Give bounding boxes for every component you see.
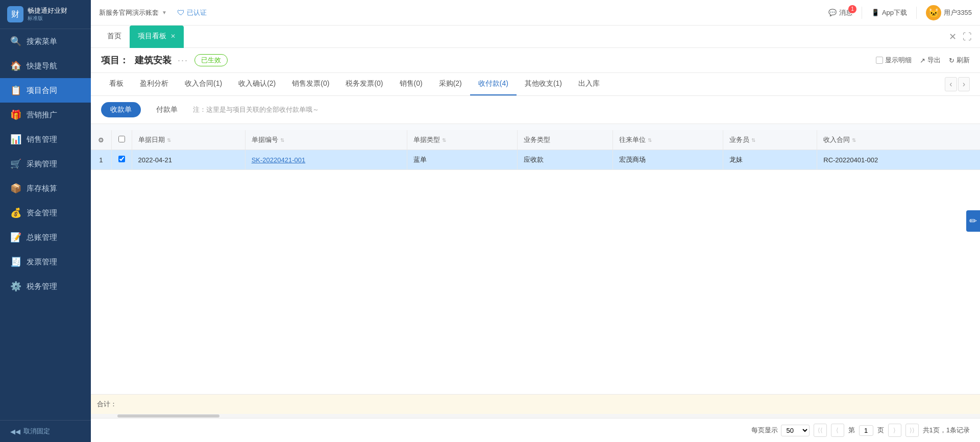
sidebar-item-ledger[interactable]: 📝 总账管理 <box>0 225 91 250</box>
sidebar-item-label: 销售管理 <box>27 135 57 144</box>
gift-icon: 🎁 <box>10 109 21 120</box>
window-controls: ✕ ⛶ <box>949 32 972 41</box>
last-page-button[interactable]: ⟩⟩ <box>905 424 919 437</box>
current-page-input[interactable] <box>859 425 873 436</box>
cart-icon: 🛒 <box>10 158 21 169</box>
app-download-button[interactable]: 📱 App下载 <box>871 8 907 17</box>
sidebar-item-project[interactable]: 📋 项目合同 <box>0 78 91 103</box>
page-size-select[interactable]: 50 100 200 <box>781 425 810 436</box>
sub-tab-sales[interactable]: 销售(0) <box>391 73 431 95</box>
sub-tabs: 看板 盈利分析 收入合同(1) 收入确认(2) 销售发票(0) 税务发票(0) … <box>91 73 980 96</box>
sub-tab-purchase[interactable]: 采购(2) <box>431 73 470 95</box>
sub-tab-profit[interactable]: 盈利分析 <box>132 73 177 95</box>
edit-icon: ✏ <box>969 216 977 226</box>
sub-tab-next[interactable]: › <box>958 77 970 91</box>
sub-tab-other[interactable]: 其他收支(1) <box>517 73 570 95</box>
more-options-button[interactable]: ··· <box>178 55 188 66</box>
sub-tab-income-confirm[interactable]: 收入确认(2) <box>230 73 284 95</box>
sub-tab-tax-invoice[interactable]: 税务发票(0) <box>337 73 391 95</box>
float-action-button[interactable]: ✏ <box>966 210 980 232</box>
account-selector[interactable]: 新服务官网演示账套 ▼ <box>99 8 167 17</box>
sidebar-unpin[interactable]: ◀◀ 取消固定 <box>0 420 91 442</box>
col-select[interactable] <box>111 130 132 150</box>
export-icon: ↗ <box>920 57 925 64</box>
table-container[interactable]: ⚙ 单据日期 ⇅ <box>91 130 980 394</box>
sidebar-item-search[interactable]: 🔍 搜索菜单 <box>0 29 91 54</box>
row-number[interactable]: SK-20220421-001 <box>245 150 407 170</box>
tab-bar: 首页 项目看板 ✕ ✕ ⛶ <box>91 26 980 48</box>
sidebar-item-label: 库存核算 <box>27 184 57 193</box>
sidebar-item-quicknav[interactable]: 🏠 快捷导航 <box>0 54 91 78</box>
inner-tab-receive[interactable]: 收款单 <box>101 102 141 117</box>
sub-tab-payment[interactable]: 收付款(4) <box>470 73 517 95</box>
col-partner[interactable]: 往来单位 ⇅ <box>612 130 723 150</box>
shield-icon: 🛡 <box>177 8 185 17</box>
sub-tab-inout[interactable]: 出入库 <box>570 73 608 95</box>
chart-icon: 📊 <box>10 134 21 145</box>
col-contract[interactable]: 收入合同 ⇅ <box>817 130 980 150</box>
refresh-icon: ↻ <box>949 57 954 64</box>
col-business-type[interactable]: 业务类型 <box>517 130 612 150</box>
sidebar-item-purchase[interactable]: 🛒 采购管理 <box>0 152 91 176</box>
col-salesman[interactable]: 业务员 ⇅ <box>723 130 817 150</box>
show-detail-button[interactable]: 显示明细 <box>876 56 912 65</box>
tab-project-board[interactable]: 项目看板 ✕ <box>130 26 184 48</box>
scrollbar-thumb[interactable] <box>117 414 219 418</box>
next-page-button[interactable]: ⟩ <box>888 424 901 437</box>
col-date[interactable]: 单据日期 ⇅ <box>132 130 245 150</box>
sort-icon: ⇅ <box>442 137 446 143</box>
sort-icon: ⇅ <box>648 137 652 143</box>
user-menu[interactable]: 🐱 用户3355 <box>926 5 972 20</box>
sub-tab-kanban[interactable]: 看板 <box>101 73 132 95</box>
box-icon: 📦 <box>10 183 21 194</box>
messages-button[interactable]: 💬 消息 1 <box>828 8 852 17</box>
sidebar-item-invoice[interactable]: 🧾 发票管理 <box>0 250 91 274</box>
sidebar-item-inventory[interactable]: 📦 库存核算 <box>0 176 91 201</box>
inner-tabs: 收款单 付款单 注：这里是与项目关联的全部收付款单哦～ <box>91 96 980 124</box>
col-settings[interactable]: ⚙ <box>91 130 111 150</box>
sub-tab-prev[interactable]: ‹ <box>945 77 957 91</box>
message-icon: 💬 <box>828 9 837 16</box>
row-checkbox[interactable] <box>118 156 125 162</box>
sub-tab-income-contract[interactable]: 收入合同(1) <box>177 73 230 95</box>
sidebar-item-sales[interactable]: 📊 销售管理 <box>0 127 91 152</box>
home-icon: 🏠 <box>10 60 21 71</box>
col-type[interactable]: 单据类型 ⇅ <box>407 130 517 150</box>
maximize-window-button[interactable]: ⛶ <box>963 32 972 41</box>
prev-page-button[interactable]: ⟨ <box>831 424 844 437</box>
sub-tab-sales-invoice[interactable]: 销售发票(0) <box>284 73 337 95</box>
header-divider-1 <box>862 7 862 19</box>
sidebar: 财 畅捷通好业财 标准版 🔍 搜索菜单 🏠 快捷导航 📋 项目合同 🎁 营销推广… <box>0 0 91 442</box>
status-badge: 已生效 <box>194 54 228 66</box>
select-all-checkbox[interactable] <box>118 136 125 142</box>
close-tab-icon[interactable]: ✕ <box>170 33 176 40</box>
project-title: 建筑安装 <box>135 54 172 66</box>
sidebar-item-label: 总账管理 <box>27 233 57 242</box>
row-checkbox-cell[interactable] <box>111 150 132 170</box>
top-header: 新服务官网演示账套 ▼ 🛡 已认证 💬 消息 1 📱 App下载 🐱 用户335… <box>91 0 980 26</box>
sidebar-item-marketing[interactable]: 🎁 营销推广 <box>0 103 91 127</box>
table-row[interactable]: 1 2022-04-21 SK-20220421-001 蓝单 应收款 宏茂商场… <box>91 150 980 170</box>
data-table: ⚙ 单据日期 ⇅ <box>91 130 980 170</box>
col-number[interactable]: 单据编号 ⇅ <box>245 130 407 150</box>
close-window-button[interactable]: ✕ <box>949 32 957 41</box>
sidebar-item-tax[interactable]: ⚙️ 税务管理 <box>0 274 91 299</box>
sidebar-item-finance[interactable]: 💰 资金管理 <box>0 201 91 225</box>
page-header: 项目： 建筑安装 ··· 已生效 显示明细 ↗ 导出 ↻ 刷新 <box>91 48 980 73</box>
gear-icon[interactable]: ⚙ <box>98 136 104 144</box>
first-page-button[interactable]: ⟨⟨ <box>814 424 827 437</box>
tab-home[interactable]: 首页 <box>99 26 130 48</box>
page-label: 第 <box>848 426 855 435</box>
app-logo-icon: 财 <box>7 6 23 22</box>
project-icon: 📋 <box>10 85 21 96</box>
summary-label: 合计： <box>97 400 117 409</box>
chevron-down-icon: ▼ <box>162 10 167 15</box>
refresh-button[interactable]: ↻ 刷新 <box>949 56 970 65</box>
inner-tab-pay[interactable]: 付款单 <box>147 102 187 117</box>
sidebar-item-label: 搜索菜单 <box>27 37 57 46</box>
page-suffix: 页 <box>877 426 884 435</box>
horizontal-scrollbar[interactable] <box>91 414 980 418</box>
sidebar-item-label: 发票管理 <box>27 257 57 267</box>
export-button[interactable]: ↗ 导出 <box>920 56 941 65</box>
page-total-info: 共1页，1条记录 <box>923 426 970 435</box>
